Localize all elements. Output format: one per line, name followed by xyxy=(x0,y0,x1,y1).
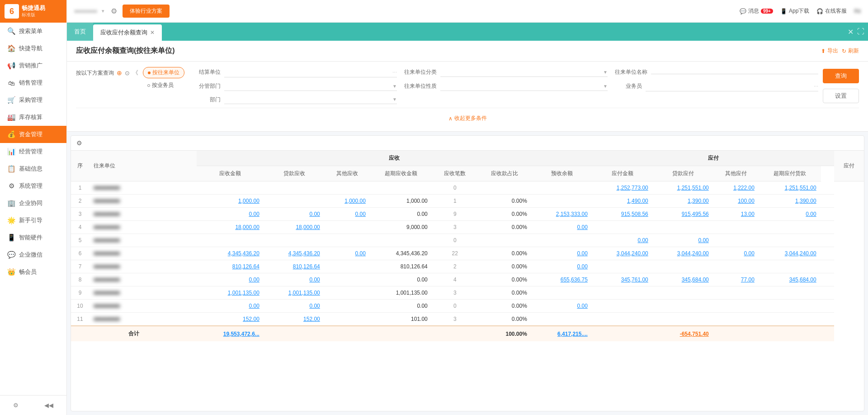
topbar-settings-icon[interactable]: ⚙ xyxy=(111,7,117,15)
sidebar-item-guide[interactable]: 🌟 新手引导 xyxy=(0,212,66,229)
main-content: 应收应付余额查询(按往来单位) ⬆ 导出 ↻ 刷新 按以下方案查询 ⊕ ⊙ 《 xyxy=(67,41,868,415)
tab-report[interactable]: 应收应付余额查询 ✕ xyxy=(93,24,162,41)
partner-nature-label: 往来单位性质 xyxy=(404,82,437,90)
tab-close-icon[interactable]: ✕ xyxy=(150,29,155,36)
data-table: 序 往来单位 应收 应付 应付 应收金额 贷款应收 其他应收 超期应收金额 应收… xyxy=(71,151,864,341)
salesperson-input[interactable]: ··· xyxy=(646,81,818,91)
table-row: 1■■■■■■■■01,252,773.001,251,551.001,222.… xyxy=(71,181,864,195)
sidebar-item-inventory[interactable]: 🏭 库存核算 xyxy=(0,109,66,126)
sidebar-item-label: 智能硬件 xyxy=(19,234,42,242)
group-ap: 应付 xyxy=(592,151,835,166)
sidebar-item-quicknav[interactable]: 🏠 快捷导航 xyxy=(0,40,66,57)
service-group[interactable]: 🎧 在线客服 xyxy=(816,7,847,15)
table-row: 6■■■■■■■■4,345,436.204,345,436.200.004,3… xyxy=(71,247,864,260)
notification-group[interactable]: 💬 消息 99+ xyxy=(740,7,773,15)
sidebar-item-basic[interactable]: 📋 基础信息 xyxy=(0,160,66,177)
footer-ap-loan: -654,751.40 xyxy=(653,326,713,341)
partner-category-input[interactable]: ▼ xyxy=(440,68,608,77)
home-icon: 🏠 xyxy=(7,44,15,52)
table-settings-icon[interactable]: ⚙ xyxy=(76,139,82,147)
settlement-input[interactable]: ··· xyxy=(224,67,397,77)
sidebar-item-marketing[interactable]: 📢 营销推广 xyxy=(0,57,66,74)
logo-name: 畅捷通易 xyxy=(22,5,45,12)
sidebar-item-operation[interactable]: 📊 经营管理 xyxy=(0,143,66,160)
table-row: 5■■■■■■■■00.000.00 xyxy=(71,234,864,247)
sidebar-item-wechat[interactable]: 💬 企业微信 xyxy=(0,246,66,263)
refresh-button[interactable]: ↻ 刷新 xyxy=(842,47,859,55)
download-group[interactable]: 📱 App下载 xyxy=(780,7,809,15)
dept-label: 分管部门 xyxy=(193,82,221,90)
col-ap-amount: 应付金额 xyxy=(592,166,653,181)
tab-close-window-icon[interactable]: ✕ xyxy=(848,28,854,36)
scheme-by-salesperson[interactable]: 按业务员 xyxy=(143,80,184,91)
enterprise-icon: 🏢 xyxy=(7,199,15,207)
scheme-settings-icon[interactable]: ⊙ xyxy=(125,70,130,76)
settlement-label: 结算单位 xyxy=(193,68,221,76)
footer-ap-overdue xyxy=(759,326,821,341)
promo-button[interactable]: 体验行业方案 xyxy=(123,5,170,18)
sidebar-item-label: 库存核算 xyxy=(19,113,42,121)
table-area: ⚙ 序 往来单位 应收 应付 应付 应收金额 贷款应收 其他应收 超期应收金额 … xyxy=(71,135,864,411)
department-label: 部门 xyxy=(193,96,221,104)
partner-name-cell: ■■■■■■■■ xyxy=(89,195,197,208)
scheme-by-partner[interactable]: 按往来单位 xyxy=(143,67,184,78)
filter-field-partner-name: 往来单位名称 xyxy=(615,67,818,77)
export-button[interactable]: ⬆ 导出 xyxy=(821,47,838,55)
topbar-breadcrumb: ■■■■■■■ xyxy=(74,8,97,14)
purchase-icon: 🛒 xyxy=(7,96,15,104)
department-input[interactable]: ▼ xyxy=(224,95,397,104)
footer-ap-amount xyxy=(592,326,653,341)
add-scheme-icon[interactable]: ⊕ xyxy=(117,69,122,76)
col-ar-ratio: 应收款占比 xyxy=(478,166,532,181)
collapse-filter-button[interactable]: ∧ 收起更多条件 xyxy=(444,113,491,124)
filter-setting-button[interactable]: 设置 xyxy=(823,89,859,103)
sidebar-item-label: 系统管理 xyxy=(19,182,42,190)
sidebar-item-search[interactable]: 🔍 搜索菜单 xyxy=(0,23,66,40)
col-index: 序 xyxy=(71,151,89,181)
tab-home[interactable]: 首页 xyxy=(67,23,93,41)
scheme-label: 按以下方案查询 xyxy=(76,69,114,77)
system-icon: ⚙ xyxy=(7,182,15,190)
sidebar-item-hardware[interactable]: 📱 智能硬件 xyxy=(0,229,66,246)
page-title: 应收应付余额查询(按往来单位) xyxy=(76,46,175,56)
partner-nature-chevron-icon: ▼ xyxy=(603,84,608,89)
settings-footer-button[interactable]: ⚙ xyxy=(9,399,23,411)
dept-input[interactable]: ▼ xyxy=(224,82,397,91)
sidebar: 6 畅捷通易 标准版 🔍 搜索菜单 🏠 快捷导航 📢 营销推广 🛍 销售管理 🛒… xyxy=(0,0,67,415)
partner-name-cell: ■■■■■■■■ xyxy=(89,300,197,313)
logo-icon: 6 xyxy=(5,4,19,19)
sidebar-item-enterprise[interactable]: 🏢 企业协同 xyxy=(0,195,66,212)
sidebar-item-label: 经营管理 xyxy=(19,148,42,156)
collapse-sidebar-button[interactable]: ◀◀ xyxy=(40,399,58,411)
col-ar-other: 其他应收 xyxy=(325,166,370,181)
tabbar: 首页 应收应付余额查询 ✕ ✕ ⛶ xyxy=(67,23,868,41)
user-group[interactable]: Rit xyxy=(854,8,861,14)
partner-nature-input[interactable]: ▼ xyxy=(440,82,608,91)
sidebar-item-member[interactable]: 👑 畅会员 xyxy=(0,263,66,281)
query-button[interactable]: 查询 xyxy=(823,69,859,83)
table-row: 7■■■■■■■■810,126.64810,126.64810,126.642… xyxy=(71,260,864,273)
sidebar-item-sales[interactable]: 🛍 销售管理 xyxy=(0,74,66,91)
partner-name-label: 往来单位名称 xyxy=(615,68,647,76)
scheme-collapse-icon[interactable]: 《 xyxy=(132,69,138,77)
sidebar-item-system[interactable]: ⚙ 系统管理 xyxy=(0,177,66,195)
salesperson-dots-icon: ··· xyxy=(814,83,818,89)
sidebar-item-purchase[interactable]: 🛒 采购管理 xyxy=(0,91,66,109)
sidebar-item-finance[interactable]: 💰 资金管理 xyxy=(0,126,66,143)
sidebar-item-label: 企业协同 xyxy=(19,199,42,207)
sidebar-item-label: 营销推广 xyxy=(19,62,42,70)
scheme-partner-label: 按往来单位 xyxy=(152,69,179,76)
sidebar-menu: 🔍 搜索菜单 🏠 快捷导航 📢 营销推广 🛍 销售管理 🛒 采购管理 🏭 库存核… xyxy=(0,23,66,395)
export-icon: ⬆ xyxy=(821,48,826,54)
table-row: 4■■■■■■■■18,000.0018,000.009,000.0030.00… xyxy=(71,221,864,234)
sidebar-item-label: 搜索菜单 xyxy=(19,27,42,35)
scheme-active-dot xyxy=(148,72,151,74)
tab-fullscreen-icon[interactable]: ⛶ xyxy=(857,28,864,36)
guide-icon: 🌟 xyxy=(7,216,15,224)
partner-name-input[interactable] xyxy=(651,70,818,74)
sidebar-item-label: 企业微信 xyxy=(19,251,42,259)
sidebar-item-label: 畅会员 xyxy=(19,268,37,276)
footer-ar-loan xyxy=(264,326,325,341)
filter-area: 按以下方案查询 ⊕ ⊙ 《 按往来单位 按业务员 结算单位 xyxy=(67,62,868,132)
col-partner: 往来单位 xyxy=(89,151,197,181)
